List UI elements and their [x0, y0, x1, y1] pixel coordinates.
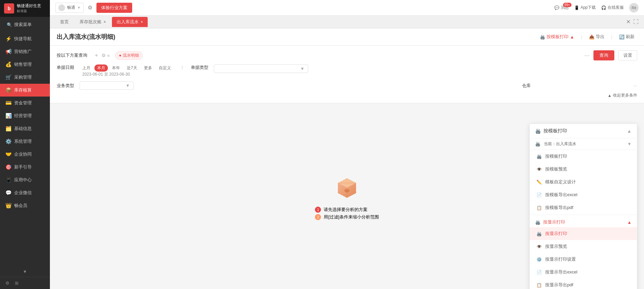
sidebar-item-marketing[interactable]: 📢 营销推广: [0, 45, 50, 58]
dropdown-display-title: 🖨️ 按显示打印: [535, 219, 565, 225]
business-type-select[interactable]: ▼: [80, 81, 134, 90]
filter-tag-item[interactable]: ● 流水明细: [115, 51, 143, 60]
print-template-label: 按模板打印: [547, 34, 568, 40]
dropdown-template-print[interactable]: 🖨️ 按模板打印: [530, 150, 637, 163]
app-logo: b 畅捷通好生意 标准版: [0, 0, 50, 17]
shortcut-custom[interactable]: 自定义: [156, 64, 174, 72]
doc-type-select[interactable]: ▼: [214, 64, 308, 73]
sidebar-item-quick-nav[interactable]: ⚡ 快捷导航: [0, 32, 50, 45]
dropdown-display-print[interactable]: 🖨️ 按显示打印: [530, 227, 637, 240]
industry-solution-button[interactable]: 体验行业方案: [96, 3, 132, 13]
collapse-row: ▲ 收起更多条件: [57, 93, 637, 98]
online-service-button[interactable]: 🎧 在线客服: [601, 5, 624, 10]
settings-gear-icon[interactable]: ⚙: [86, 3, 94, 12]
sidebar-item-guide[interactable]: 🎯 新手引导: [0, 161, 50, 174]
shortcut-more[interactable]: 更多: [141, 64, 155, 72]
tab-close-active-icon[interactable]: ×: [141, 20, 143, 24]
collapse-label: 收起更多条件: [613, 93, 637, 98]
sidebar-item-label: 应用中心: [14, 177, 32, 183]
print-template-button[interactable]: 🖨️ 按模板打印 ▲: [537, 32, 577, 41]
tab-batch-account[interactable]: 库存批次账 ×: [75, 17, 111, 27]
app-download-button[interactable]: 📱 App下载: [574, 5, 596, 10]
warehouse-more-icon[interactable]: ···: [634, 83, 637, 88]
filter-collapse-icon[interactable]: «: [107, 53, 110, 58]
tab-flow[interactable]: 出入库流水 ×: [112, 17, 148, 27]
dropdown-title-text: 按模板打印: [544, 128, 567, 134]
display-section-collapse-icon[interactable]: ▲: [627, 220, 632, 225]
dropdown-template-export-pdf[interactable]: 📋 按模板导出pdf: [530, 201, 637, 214]
shortcut-7days[interactable]: 近7天: [124, 64, 140, 72]
sidebar-item-member[interactable]: 👑 畅会员: [0, 199, 50, 212]
filter-settings-button[interactable]: 设置: [618, 50, 637, 60]
tab-close-icon[interactable]: ×: [104, 20, 106, 24]
dropdown-collapse-icon[interactable]: ▲: [627, 128, 632, 134]
sidebar-item-wechat[interactable]: 💬 企业微信: [0, 186, 50, 199]
display-print-header-icon: 🖨️: [535, 220, 540, 225]
sidebar-item-label: 畅会员: [14, 203, 27, 209]
query-button[interactable]: 查询: [593, 50, 614, 60]
sidebar-item-collab[interactable]: 🤝 企业协同: [0, 148, 50, 161]
sidebar-item-purchase[interactable]: 🛒 采购管理: [0, 71, 50, 84]
refresh-button[interactable]: 🔄 刷新: [616, 32, 637, 41]
add-filter-button[interactable]: +: [93, 52, 100, 59]
shortcut-this-month[interactable]: 本月: [94, 64, 108, 72]
display-export-pdf-label: 按显示导出pdf: [545, 282, 573, 288]
user-avatar[interactable]: Rit: [629, 3, 639, 12]
page-header-actions: 🖨️ 按模板打印 ▲ | 📤 导出 | 🔄 刷新: [537, 32, 637, 41]
sidebar-item-label: 营销推广: [14, 49, 32, 55]
export-button[interactable]: 📤 导出: [586, 32, 607, 41]
main-content: 畅通 ▼ ⚙ 体验行业方案 💬 消息 99+ 📱 App下载 🎧 在线客服 Ri…: [50, 0, 644, 289]
filter-right-actions: ··· 查询 设置: [584, 50, 637, 60]
current-expand-icon[interactable]: ▼: [627, 141, 632, 147]
sidebar-item-sales[interactable]: 💰 销售管理: [0, 58, 50, 71]
sidebar-item-operations[interactable]: 📊 经营管理: [0, 109, 50, 122]
sidebar-settings-icon[interactable]: ⚙: [5, 281, 9, 286]
dropdown-template-preview[interactable]: 👁️ 按模板预览: [530, 163, 637, 176]
display-print-icon: 🖨️: [536, 231, 542, 236]
dropdown-template-custom[interactable]: ✏️ 模板自定义设计: [530, 176, 637, 188]
sidebar-scroll-down[interactable]: ▼: [0, 266, 50, 277]
filter-more-dots-icon[interactable]: ···: [584, 52, 589, 59]
base-icon: 🗂️: [5, 126, 11, 132]
sidebar-collapse-icon[interactable]: ⊞: [15, 281, 19, 286]
empty-step-1: 1 请先选择要分析的方案: [315, 207, 379, 213]
user-selector[interactable]: 畅通 ▼: [55, 3, 84, 13]
sidebar-item-base[interactable]: 🗂️ 基础信息: [0, 122, 50, 135]
avatar-text: Rit: [632, 6, 636, 10]
warehouse-select[interactable]: ···: [536, 83, 637, 88]
filter-settings-icon[interactable]: ⚙: [101, 53, 106, 58]
dropdown-current[interactable]: 🖨️ 当前：出入库流水 ▼: [530, 138, 637, 150]
dropdown-display-print-settings[interactable]: ⚙️ 按显示打印设置: [530, 253, 637, 266]
date-filter-label: 单据日期: [57, 64, 74, 71]
expand-window-icon[interactable]: ⛶: [633, 19, 639, 25]
sidebar-search-container: 🔍 搜索菜单: [0, 17, 50, 32]
close-window-icon[interactable]: ✕: [626, 19, 631, 25]
dropdown-display-export-pdf[interactable]: 📋 按显示导出pdf: [530, 279, 637, 289]
purchase-icon: 🛒: [5, 74, 11, 80]
topbar: 畅通 ▼ ⚙ 体验行业方案 💬 消息 99+ 📱 App下载 🎧 在线客服 Ri…: [50, 0, 644, 16]
date-range-display: 2023-06-01 至 2023-06-30: [82, 72, 174, 77]
page-title: 出入库流水(流水明细): [57, 33, 115, 41]
shortcut-this-year[interactable]: 本年: [109, 64, 123, 72]
doc-type-filter-label: 单据类型: [191, 64, 208, 71]
shortcut-last-month[interactable]: 上月: [80, 64, 93, 72]
collapse-more-button[interactable]: ▲ 收起更多条件: [608, 93, 637, 98]
separator1: |: [581, 34, 582, 40]
dropdown-template-export-excel[interactable]: 📄 按模板导出excel: [530, 188, 637, 201]
sidebar-item-system[interactable]: ⚙️ 系统管理: [0, 135, 50, 148]
sidebar-item-label: 采购管理: [14, 74, 32, 80]
search-menu-button[interactable]: 🔍 搜索菜单: [4, 20, 46, 30]
sidebar-item-finance[interactable]: 💳 资金管理: [0, 97, 50, 109]
sidebar-item-inventory[interactable]: 📦 库存核算: [0, 84, 50, 97]
empty-steps-list: 1 请先选择要分析的方案 2 用[过滤]条件来缩小分析范围: [315, 207, 379, 220]
sidebar-item-appstore[interactable]: 📱 应用中心: [0, 174, 50, 186]
dropdown-display-preview[interactable]: 👁️ 按显示预览: [530, 240, 637, 253]
dropdown-panel: 🖨️ 按模板打印 ▲ 🖨️ 当前：出入库流水 ▼ 🖨️ 按模板打印 👁️ 按模板…: [529, 124, 637, 289]
display-pdf-icon: 📋: [536, 282, 542, 288]
chevron-down-icon: ▼: [77, 6, 81, 9]
tab-home[interactable]: 首页: [55, 17, 74, 27]
message-button[interactable]: 💬 消息 99+: [554, 5, 569, 10]
finance-icon: 💳: [5, 100, 11, 106]
dropdown-display-export-excel[interactable]: 📄 按显示导出excel: [530, 266, 637, 279]
content-area: 1 请先选择要分析的方案 2 用[过滤]条件来缩小分析范围 🖨️ 按模板打印 ▲: [50, 103, 644, 289]
